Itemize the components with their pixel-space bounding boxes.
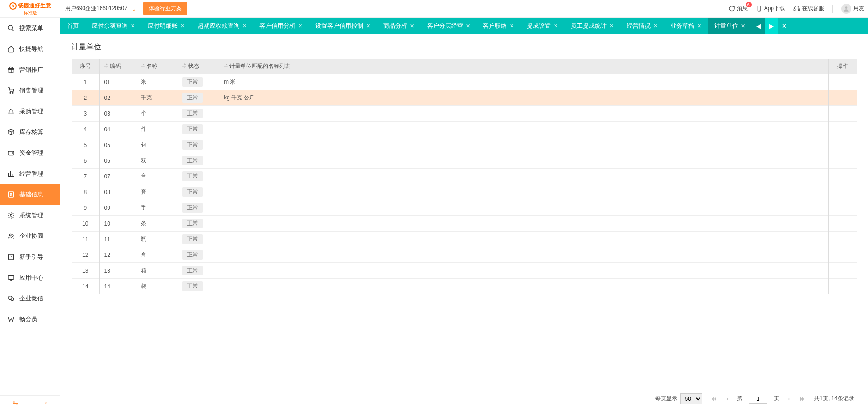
table-row[interactable]: 1414袋正常 bbox=[72, 279, 857, 294]
tab-2[interactable]: 应付明细账✕ bbox=[141, 18, 191, 34]
pagesize-select[interactable]: 50 bbox=[680, 393, 702, 404]
table-row[interactable]: 606双正常 bbox=[72, 153, 857, 169]
sidebar-item-hand[interactable]: 新手引导 bbox=[0, 246, 60, 267]
sidebar-collapse-icon[interactable]: ⇆ bbox=[13, 399, 18, 406]
tab-0[interactable]: 首页 bbox=[60, 18, 85, 34]
first-page-button[interactable]: ⏮ bbox=[709, 395, 718, 402]
sidebar-more-icon[interactable]: ‹ bbox=[45, 399, 47, 406]
topbar-right: 消息 6 App下载 在线客服 用友 bbox=[728, 4, 864, 14]
sidebar-item-gear[interactable]: 系统管理 bbox=[0, 205, 60, 226]
close-icon[interactable]: ✕ bbox=[181, 23, 185, 29]
prev-page-button[interactable]: ‹ bbox=[725, 395, 730, 402]
table-row[interactable]: 1313箱正常 bbox=[72, 263, 857, 279]
status-badge: 正常 bbox=[182, 219, 203, 228]
brand-name: 畅捷通好生意 bbox=[18, 2, 51, 10]
last-page-button[interactable]: ⏭ bbox=[798, 395, 808, 402]
col-ops[interactable]: 操作 bbox=[828, 59, 857, 74]
close-icon[interactable]: ✕ bbox=[697, 23, 701, 29]
close-icon[interactable]: ✕ bbox=[298, 23, 302, 29]
tab-4[interactable]: 客户信用分析✕ bbox=[253, 18, 309, 34]
col-name[interactable]: 名称 bbox=[136, 59, 178, 74]
company-selector[interactable]: 用户690企业1660120507 ⌄ bbox=[65, 5, 137, 12]
brand-edition: 标准版 bbox=[24, 10, 37, 16]
tab-11[interactable]: 经营情况✕ bbox=[620, 18, 664, 34]
col-alias[interactable]: 计量单位匹配的名称列表 bbox=[219, 59, 828, 74]
cell-index: 2 bbox=[72, 90, 99, 106]
sidebar-item-cart[interactable]: 销售管理 bbox=[0, 80, 60, 101]
messages-button[interactable]: 消息 6 bbox=[728, 5, 748, 12]
tab-10[interactable]: 员工提成统计✕ bbox=[564, 18, 620, 34]
sidebar-item-home[interactable]: 快捷导航 bbox=[0, 38, 60, 59]
sidebar-item-gift[interactable]: 营销推广 bbox=[0, 59, 60, 80]
sidebar-item-box[interactable]: 库存核算 bbox=[0, 122, 60, 142]
close-icon[interactable]: ✕ bbox=[741, 23, 745, 29]
sidebar-item-vip[interactable]: 畅会员 bbox=[0, 309, 60, 330]
tab-6[interactable]: 商品分析✕ bbox=[377, 18, 421, 34]
user-menu[interactable]: 用友 bbox=[841, 4, 864, 14]
sidebar-footer: ⇆‹ bbox=[0, 395, 60, 409]
tab-1[interactable]: 应付余额查询✕ bbox=[85, 18, 141, 34]
close-icon[interactable]: ✕ bbox=[510, 23, 514, 29]
sidebar-item-wallet[interactable]: 资金管理 bbox=[0, 142, 60, 163]
sidebar-item-search[interactable]: 搜索菜单 bbox=[0, 18, 60, 38]
table-row[interactable]: 404件正常 bbox=[72, 122, 857, 137]
cell-alias bbox=[219, 279, 828, 294]
tab-8[interactable]: 客户联络✕ bbox=[476, 18, 520, 34]
page-input[interactable] bbox=[749, 394, 767, 404]
close-icon[interactable]: ✕ bbox=[653, 23, 657, 29]
cell-name: 瓶 bbox=[136, 232, 178, 247]
col-index[interactable]: 序号 bbox=[72, 59, 99, 74]
sidebar-item-team[interactable]: 企业协同 bbox=[0, 226, 60, 246]
sidebar-item-label: 应用中心 bbox=[19, 274, 43, 282]
cell-index: 1 bbox=[72, 74, 99, 90]
close-icon[interactable]: ✕ bbox=[242, 23, 247, 29]
table-row[interactable]: 1010条正常 bbox=[72, 216, 857, 232]
tab-close-all[interactable]: ✕ bbox=[778, 18, 790, 34]
cell-status: 正常 bbox=[178, 122, 219, 137]
table-row[interactable]: 1212盒正常 bbox=[72, 247, 857, 263]
tab-scroll-left[interactable]: ◀ bbox=[752, 18, 765, 34]
page-prefix: 第 bbox=[737, 395, 742, 403]
table-row[interactable]: 505包正常 bbox=[72, 137, 857, 153]
table-row[interactable]: 303个正常 bbox=[72, 106, 857, 122]
cell-ops bbox=[828, 169, 857, 184]
online-service-button[interactable]: 在线客服 bbox=[793, 5, 824, 12]
close-icon[interactable]: ✕ bbox=[609, 23, 614, 29]
box-icon bbox=[7, 128, 15, 136]
cell-name: 盒 bbox=[136, 247, 178, 263]
sidebar-item-bag[interactable]: 采购管理 bbox=[0, 101, 60, 122]
next-page-button[interactable]: › bbox=[786, 395, 791, 402]
tab-12[interactable]: 业务草稿✕ bbox=[664, 18, 708, 34]
tab-5[interactable]: 设置客户信用控制✕ bbox=[309, 18, 377, 34]
app-download-button[interactable]: App下载 bbox=[756, 5, 785, 12]
sidebar-item-chart[interactable]: 经营管理 bbox=[0, 163, 60, 184]
cell-index: 3 bbox=[72, 106, 99, 122]
sidebar-item-wechat[interactable]: 企业微信 bbox=[0, 288, 60, 309]
sidebar-item-doc[interactable]: 基础信息 bbox=[0, 184, 60, 205]
solution-button[interactable]: 体验行业方案 bbox=[143, 2, 187, 15]
table-row[interactable]: 707台正常 bbox=[72, 169, 857, 184]
table-row[interactable]: 202千克正常kg 千克 公斤 bbox=[72, 90, 857, 106]
cell-status: 正常 bbox=[178, 279, 219, 294]
table-row[interactable]: 1111瓶正常 bbox=[72, 232, 857, 247]
close-icon[interactable]: ✕ bbox=[131, 23, 135, 29]
tab-scroll-right[interactable]: ▶ bbox=[765, 18, 778, 34]
col-status[interactable]: 状态 bbox=[178, 59, 219, 74]
cell-code: 07 bbox=[99, 169, 136, 184]
close-icon[interactable]: ✕ bbox=[466, 23, 470, 29]
close-icon[interactable]: ✕ bbox=[410, 23, 414, 29]
tab-9[interactable]: 提成设置✕ bbox=[520, 18, 564, 34]
tab-3[interactable]: 超期应收款查询✕ bbox=[191, 18, 253, 34]
table-row[interactable]: 101米正常m 米 bbox=[72, 74, 857, 90]
cell-code: 06 bbox=[99, 153, 136, 169]
tab-7[interactable]: 客户分层经营✕ bbox=[421, 18, 476, 34]
table-row[interactable]: 909手正常 bbox=[72, 200, 857, 216]
cell-status: 正常 bbox=[178, 74, 219, 90]
tab-13[interactable]: 计量单位✕ bbox=[708, 18, 752, 34]
sidebar-item-tv[interactable]: 应用中心 bbox=[0, 267, 60, 288]
tab-label: 超期应收款查询 bbox=[198, 22, 240, 30]
col-code[interactable]: 编码 bbox=[99, 59, 136, 74]
close-icon[interactable]: ✕ bbox=[554, 23, 558, 29]
close-icon[interactable]: ✕ bbox=[366, 23, 370, 29]
table-row[interactable]: 808套正常 bbox=[72, 184, 857, 200]
